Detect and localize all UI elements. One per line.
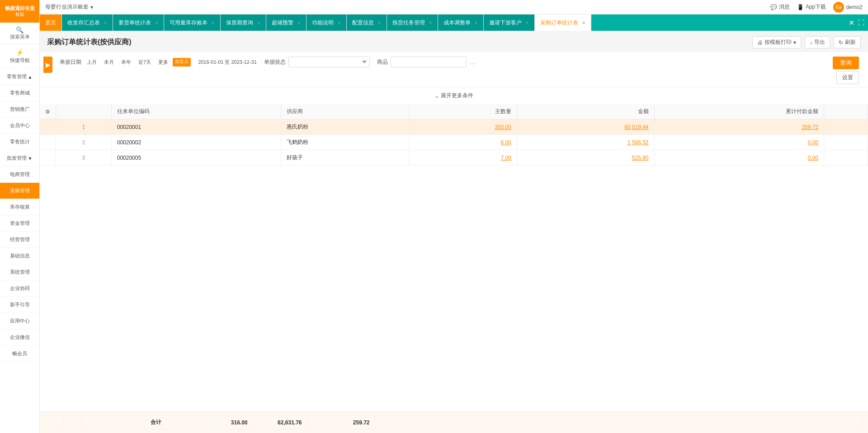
close-tab-icon[interactable]: ✕: [849, 19, 854, 27]
tab-cost-adjust[interactable]: 成本调整单 ✕: [438, 14, 484, 31]
more-options-icon[interactable]: …: [469, 58, 476, 66]
sidebar-item-finance[interactable]: 资金管理: [0, 215, 39, 232]
sidebar-item-business[interactable]: 经营管理: [0, 232, 39, 248]
table-row[interactable]: 2 00020002 飞鹤奶粉 6.00 1,586.52 0.00: [40, 135, 868, 150]
sidebar-item-wholesale[interactable]: 批发管理 ▼: [0, 150, 39, 167]
sidebar-item-ecommerce[interactable]: 电商管理: [0, 167, 39, 183]
tab-config-info[interactable]: 配置信息 ✕: [347, 14, 387, 31]
tab-close-icon[interactable]: ✕: [582, 20, 585, 25]
sidebar-item-basic[interactable]: 基础信息: [0, 248, 39, 264]
status-select[interactable]: [288, 57, 370, 67]
tab-label: 采购订单统计表: [540, 19, 578, 27]
paid-link: 0.00: [808, 155, 818, 161]
custom-tag[interactable]: 自定义: [173, 58, 191, 67]
shortcut-this-month[interactable]: 本月: [101, 58, 117, 67]
app-download-btn[interactable]: 📱 App下载: [797, 3, 826, 11]
sidebar-item-marketing[interactable]: 营销推广: [0, 101, 39, 118]
sidebar-item-wechat[interactable]: 企业微信: [0, 329, 39, 346]
tab-close-icon[interactable]: ✕: [429, 20, 432, 25]
tab-invite-downstream[interactable]: 邀请下游客户 ✕: [484, 14, 535, 31]
row-paid[interactable]: 0.00: [654, 135, 824, 150]
footer-spacer2: [63, 416, 81, 429]
sidebar-item-label: 应用中心: [10, 318, 30, 324]
sidebar-item-label: 会员中心: [10, 122, 30, 129]
footer-amount: 62,631.76: [253, 416, 307, 429]
tab-function-desc[interactable]: 功能说明 ✕: [307, 14, 347, 31]
footer-spacer1: [45, 416, 63, 429]
table-row[interactable]: 1 00020001 惠氏奶粉 303.00 60,519.44 259.72: [40, 119, 868, 135]
sidebar-item-label: 企业协同: [10, 285, 30, 292]
table-area: ⚙ 往来单位编码 供应商 主数量 金额 累计付款金额 1 00020001: [40, 104, 868, 412]
tab-close-icon[interactable]: ✕: [337, 20, 341, 25]
row-quantity[interactable]: 303.00: [409, 119, 517, 135]
th-spacer: [824, 104, 868, 119]
tab-order-stats[interactable]: 要货单统计表 ✕: [113, 14, 164, 31]
tab-close-icon[interactable]: ✕: [377, 20, 381, 25]
tab-pick-task[interactable]: 拣货任务管理 ✕: [387, 14, 438, 31]
tab-shelf-life[interactable]: 保质期查询 ✕: [221, 14, 266, 31]
row-quantity[interactable]: 7.00: [409, 150, 517, 166]
topbar-left: 母婴行业演示账套 ▾: [45, 3, 93, 11]
tab-close-icon[interactable]: ✕: [155, 20, 158, 25]
row-unit-code: 00020002: [111, 135, 281, 150]
tab-collect-pay[interactable]: 收发存汇总表 ✕: [62, 14, 113, 31]
sidebar-item-search[interactable]: 🔍 搜索英单: [0, 23, 39, 44]
app-download-label: App下载: [806, 3, 826, 11]
settings-button[interactable]: 设置: [836, 71, 859, 84]
sidebar-item-stock[interactable]: 库存核算: [0, 199, 39, 215]
expand-more-button[interactable]: ⌄ 展开更多条件: [434, 89, 473, 102]
row-amount[interactable]: 60,519.44: [517, 119, 654, 135]
template-print-button[interactable]: 🖨 按模板打印 ▾: [752, 36, 801, 48]
tab-home[interactable]: 首页: [40, 14, 62, 31]
sidebar-item-newbie[interactable]: 新手引导: [0, 297, 39, 313]
tab-close-icon[interactable]: ✕: [297, 20, 301, 25]
row-paid[interactable]: 259.72: [654, 119, 824, 135]
amount-link: 60,519.44: [624, 124, 648, 130]
row-paid[interactable]: 0.00: [654, 150, 824, 166]
tab-close-icon[interactable]: ✕: [257, 20, 260, 25]
tab-close-icon[interactable]: ✕: [211, 20, 215, 25]
goods-input[interactable]: [391, 57, 467, 67]
sidebar-item-retail-mall[interactable]: 零售商城: [0, 85, 39, 101]
table-row[interactable]: 3 00020005 好孩子 7.00 525.80 0.00: [40, 150, 868, 166]
sidebar-item-member[interactable]: 会员中心: [0, 118, 39, 134]
sidebar-item-collab[interactable]: 企业协同: [0, 281, 39, 297]
query-button[interactable]: 查询: [833, 57, 859, 69]
row-amount[interactable]: 525.80: [517, 150, 654, 166]
user-menu[interactable]: Ea demo2: [833, 2, 863, 13]
shortcut-last-month[interactable]: 上月: [84, 58, 99, 67]
chevron-down-icon: ⌄: [434, 93, 439, 99]
shortcut-7days[interactable]: 近7天: [136, 58, 154, 67]
sidebar-item-purchase[interactable]: 采购管理: [0, 183, 39, 199]
status-label: 单据状态: [264, 58, 286, 66]
expand-arrow-button[interactable]: ▶: [43, 57, 52, 73]
message-btn[interactable]: 💬 消息: [770, 3, 790, 11]
sidebar-item-retail[interactable]: 零售管理 ▲: [0, 69, 39, 85]
shortcut-more[interactable]: 更多: [156, 58, 171, 67]
export-button[interactable]: ↓ 导出: [805, 36, 830, 48]
sidebar-item-retail-stats[interactable]: 零售统计: [0, 134, 39, 150]
tab-close-icon[interactable]: ✕: [104, 20, 107, 25]
sidebar-item-shortcut[interactable]: ⚡ 快捷导航: [0, 44, 39, 69]
refresh-button[interactable]: ↻ 刷新: [834, 36, 861, 48]
sidebar-item-appstore[interactable]: 应用中心: [0, 313, 39, 329]
maximize-tab-icon[interactable]: ⛶: [858, 19, 864, 26]
tab-overstock[interactable]: 超储预警 ✕: [266, 14, 307, 31]
sidebar-item-member2[interactable]: 畅会员: [0, 346, 39, 362]
row-amount[interactable]: 1,586.52: [517, 135, 654, 150]
workspace-selector[interactable]: 母婴行业演示账套 ▾: [45, 3, 93, 11]
tab-close-icon[interactable]: ✕: [525, 20, 529, 25]
table-body: 1 00020001 惠氏奶粉 303.00 60,519.44 259.72 …: [40, 119, 868, 166]
th-settings[interactable]: ⚙: [40, 104, 56, 119]
row-quantity[interactable]: 6.00: [409, 135, 517, 150]
refresh-icon: ↻: [839, 39, 843, 46]
sidebar-item-system[interactable]: 系统管理: [0, 264, 39, 281]
export-label: 导出: [814, 38, 825, 46]
retail-label: 零售管理: [7, 73, 27, 80]
tab-purchase-stats[interactable]: 采购订单统计表 ✕: [535, 14, 591, 31]
tab-close-icon[interactable]: ✕: [474, 20, 478, 25]
shortcut-this-year[interactable]: 本年: [118, 58, 134, 67]
th-amount: 金额: [517, 104, 654, 119]
search-icon: 🔍: [0, 26, 39, 33]
tab-available-stock[interactable]: 可用量库存账本 ✕: [164, 14, 221, 31]
